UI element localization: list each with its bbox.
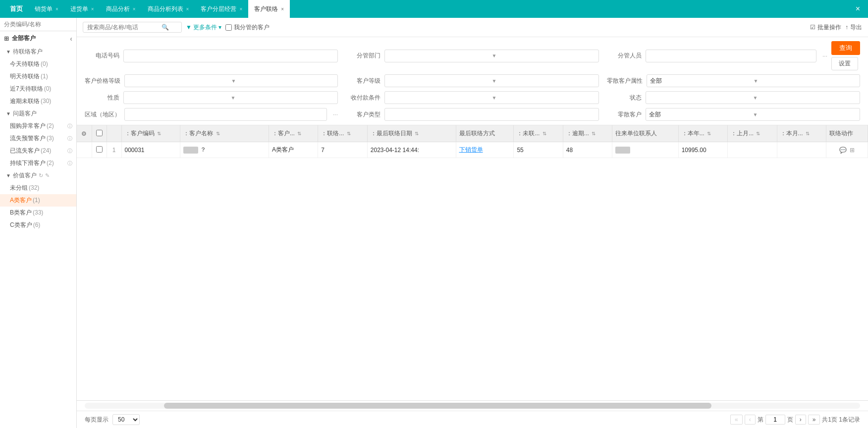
close-icon[interactable]: × [91,6,94,12]
nav-tab-product-list[interactable]: 商品分析列表 × [142,0,195,18]
more-icon[interactable]: ··· [822,53,827,59]
row-num-header [107,125,121,142]
contact-header[interactable]: ：联络... ⇅ [318,125,367,142]
sort-icon: ⇅ [297,131,301,136]
sidebar-group-value[interactable]: ▼ 价值客户 ↻ ✎ [0,169,76,182]
nav-tab-customer-contact[interactable]: 客户联络 × [248,0,290,18]
close-icon[interactable]: × [133,6,136,12]
customer-table: ⚙ ：客户编码 ⇅ ：客户名称 ⇅ ：客户... [77,125,868,158]
status-select[interactable]: ▼ [646,91,860,104]
my-customers-checkbox[interactable]: 我分管的客户 [225,23,270,32]
grid-action-icon[interactable]: ⊞ [850,147,855,154]
edit-icon[interactable]: ✎ [45,172,50,179]
page-size-label: 每页显示 [85,416,108,424]
sidebar-item-class-c[interactable]: C类客户(6) [0,219,76,231]
more-icon[interactable]: ··· [333,111,338,118]
filter-row-price-level: 客户价格等级 ▼ [85,74,338,87]
page-number-input[interactable] [765,415,785,425]
payment-select[interactable]: ▼ [384,91,599,104]
more-filters-button[interactable]: ▼ 更多条件 ▾ [186,23,221,32]
sidebar-item-abnormal-purchase[interactable]: 囤购异常客户(2) ⓘ [0,120,76,132]
sort-icon: ⇅ [347,131,351,136]
name-header[interactable]: ：客户名称 ⇅ [180,125,269,142]
last-month-amount-cell [728,142,777,158]
select-all-checkbox[interactable] [96,130,103,136]
close-all-button[interactable]: × [852,4,864,13]
sidebar-search-input[interactable] [4,21,77,28]
overdue-header[interactable]: ：逾期... ⇅ [563,125,612,142]
nav-tab-product-analysis[interactable]: 商品分析 × [100,0,142,18]
search-icon[interactable]: 🔍 [162,24,169,31]
sidebar-item-churned[interactable]: 已流失客户(24) ⓘ [0,145,76,157]
info-icon: ⓘ [67,123,72,130]
region-select[interactable] [124,108,327,121]
next-page-button[interactable]: › [795,415,806,425]
close-icon[interactable]: × [186,6,189,12]
refresh-icon[interactable]: ↻ [39,172,43,179]
collapse-button[interactable]: ‹ [70,35,72,43]
uncontacted-header[interactable]: ：未联... ⇅ [514,125,563,142]
sidebar-item-7day-pending[interactable]: 近7天待联络(0) [0,83,76,95]
close-icon[interactable]: × [281,6,284,12]
batch-ops-button[interactable]: ☑ 批量操作 [810,23,841,32]
sidebar-item-tomorrow-pending[interactable]: 明天待联络(1) [0,70,76,83]
first-page-button[interactable]: « [730,415,743,425]
my-customers-check[interactable] [225,24,232,31]
chat-icon[interactable]: 💬 [839,147,847,154]
sidebar-item-class-b[interactable]: B类客户(33) [0,207,76,219]
filter-search-input[interactable] [87,24,162,31]
last-page-button[interactable]: » [808,415,820,425]
export-button[interactable]: ↑ 导出 [845,23,862,32]
table-header-row: ⚙ ：客户编码 ⇅ ：客户名称 ⇅ ：客户... [77,125,868,142]
sort-icon: ⇅ [216,131,220,136]
this-month-header[interactable]: ：本月... ⇅ [777,125,826,142]
scattered-attr-select[interactable]: 全部 ▼ [647,74,860,87]
top-nav: 首页 销货单 × 进货单 × 商品分析 × 商品分析列表 × 客户分层经营 × … [0,0,868,18]
sidebar-item-class-a[interactable]: A类客户(1) [0,194,76,207]
sidebar-group-pending[interactable]: ▼ 待联络客户 [0,46,76,58]
sidebar-item-today-pending[interactable]: 今天待联络(0) [0,58,76,70]
gear-header[interactable]: ⚙ [77,125,92,142]
code-header[interactable]: ：客户编码 ⇅ [121,125,180,142]
sidebar-group-problem[interactable]: ▼ 问题客户 [0,107,76,120]
price-level-select[interactable]: ▼ [124,74,338,87]
filter-row-manager: 分管人员 ··· 查询 设置 [607,41,860,70]
sidebar-item-declining[interactable]: 持续下滑客户(2) ⓘ [0,157,76,169]
nav-tab-purchase[interactable]: 进货单 × [64,0,100,18]
sidebar-item-churn-warning[interactable]: 流失预警客户(3) ⓘ [0,132,76,145]
sidebar-item-overdue-uncontacted[interactable]: 逾期未联络(30) [0,95,76,107]
select-all-header[interactable] [92,125,107,142]
page-size-select[interactable]: 50 100 [112,414,140,425]
scrollbar-thumb[interactable] [164,403,711,409]
last-month-header[interactable]: ：上月... ⇅ [728,125,777,142]
customer-level-select[interactable]: ▼ [384,74,599,87]
close-icon[interactable]: × [239,6,242,12]
settings-button[interactable]: 设置 [831,57,858,70]
nature-select[interactable]: ▼ [123,91,338,104]
customer-type-input[interactable] [384,108,599,121]
phone-input[interactable] [123,50,338,62]
this-year-header[interactable]: ：本年... ⇅ [678,125,727,142]
sort-icon: ⇅ [415,131,419,136]
all-customers-header: ⊞ 全部客户 ‹ [0,31,76,46]
last-contact-date-header[interactable]: ：最后联络日期 ⇅ [367,125,456,142]
scattered-select[interactable]: 全部 ▼ [646,108,860,121]
manager-select[interactable] [646,50,816,62]
horizontal-scrollbar[interactable] [85,403,860,409]
sidebar-item-unclassified[interactable]: 未分组(32) [0,182,76,194]
nav-tab-home[interactable]: 首页 [4,0,29,18]
status-label: 状态 [607,94,642,102]
nav-tab-sales[interactable]: 销货单 × [29,0,64,18]
type-header[interactable]: ：客户... ⇅ [269,125,318,142]
row-checkbox-cell[interactable] [92,142,107,158]
dept-select[interactable]: ▼ [384,50,599,62]
row-checkbox[interactable] [96,146,103,153]
last-contact-method-cell[interactable]: 下销货单 [456,142,514,158]
customer-name-cell: ？ [180,142,269,158]
nav-tab-customer-layer[interactable]: 客户分层经营 × [195,0,248,18]
prev-page-button[interactable]: ‹ [745,415,756,425]
method-link[interactable]: 下销货单 [459,146,483,153]
close-icon[interactable]: × [55,6,58,12]
grid-icon: ⊞ [4,35,9,42]
query-button[interactable]: 查询 [831,41,860,55]
